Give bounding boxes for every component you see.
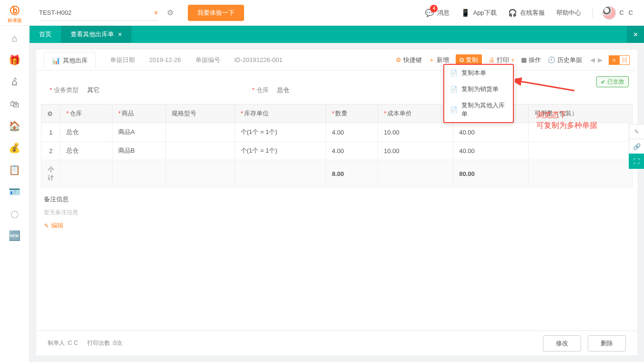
ops-label: 操作 [529,56,541,64]
gear-icon: ⚙ [396,56,401,63]
tenant-selector[interactable]: TEST-H002 ∨ [39,5,158,21]
fullscreen-icon[interactable]: ⛶ [629,154,644,169]
help-center-link[interactable]: 帮助中心 [556,9,581,17]
doc-date-label: 单据日期 [110,56,135,64]
copy-to-sale-item[interactable]: 📄复制为销货单 [444,81,513,97]
nav-id-icon[interactable]: 🪪 [9,186,20,197]
prev-icon[interactable]: ◀ [590,56,595,63]
warehouse-label: 仓库 [256,86,269,93]
card-view-button[interactable]: ▯▯ [619,55,630,65]
gear-column-header[interactable]: ⚙ [41,104,61,123]
messages-badge: 4 [430,5,438,12]
delete-button[interactable]: 删除 [588,335,626,352]
warehouse-field: *仓库 总仓 [252,86,290,94]
operations-button[interactable]: ▦操作 [521,56,541,64]
copy-label: 复制 [466,56,478,64]
tab-home-label: 首页 [39,30,51,39]
nav-gift-icon[interactable]: 🎁 [9,54,20,66]
logo-text: 标准版 [8,17,22,24]
app-download-link[interactable]: 📱 App下载 [461,9,496,17]
online-service-link[interactable]: 🎧 在线客服 [508,9,545,17]
copy-current-item[interactable]: 📄复制本单 [444,65,513,81]
left-nav: ⌂ 🎁 ⌂̂ 🛍 🏠 💰 📋 🪪 ◌ 🆕 [0,26,30,362]
nav-home-icon[interactable]: ⌂ [9,32,20,44]
doc-icon: 📄 [450,86,458,93]
status-text: 已生效 [607,78,624,86]
warehouse-value: 总仓 [277,86,289,93]
close-icon[interactable]: ✕ [118,31,122,38]
edit-icon: ✎ [44,222,49,229]
annotation-line1: 浏览态下 [536,110,597,120]
remarks-section: 备注信息 暂无备注信息 ✎ 编辑 [36,187,637,230]
history-button[interactable]: 🕘历史单据 [548,56,582,64]
service-label: 在线客服 [520,9,545,17]
creator-meta: 制单人 :C C [48,339,78,347]
chevron-down-icon: ∨ [154,9,158,16]
nav-building-icon[interactable]: 🏠 [9,120,20,132]
remarks-empty: 暂无备注信息 [44,208,630,217]
check-icon: ✔ [601,79,605,85]
edit-remarks-link[interactable]: ✎ 编辑 [44,221,63,230]
nav-sync-icon[interactable]: ◌ [9,208,20,219]
print-meta: 打印次数 :0次 [87,339,122,347]
copy-sale-label: 复制为销货单 [461,85,499,93]
tabs-bar: 首页 查看其他出库单 ✕ ✕ [30,26,644,43]
shortcut-button[interactable]: ⚙快捷键 [396,56,422,64]
table-row[interactable]: 2 总仓 商品B 个(1个 = 1个) 4.00 10.00 40.00 [41,142,633,160]
remarks-title: 备注信息 [44,195,630,204]
edit-label: 编辑 [51,221,63,230]
grid-icon: ▦ [521,56,527,63]
doc-no-label: 单据编号 [195,56,220,64]
app-label: App下载 [473,9,496,17]
nav-clipboard-icon[interactable]: 📋 [9,164,20,176]
close-all-tabs[interactable]: ✕ [627,26,644,43]
copy-icon: ⧉ [460,56,464,64]
document-icon: 📊 [52,57,60,64]
doc-icon: 📄 [450,106,458,114]
col-warehouse: *仓库 [61,104,112,123]
col-qty: *数量 [326,104,378,123]
chevron-down-icon: ∨ [511,57,514,62]
feedback-icon[interactable]: ✎ [629,124,644,139]
nav-new-icon[interactable]: 🆕 [9,230,20,241]
messages-label: 消息 [437,9,450,17]
nav-money-icon[interactable]: 💰 [9,142,20,154]
record-nav: ◀ ▶ [589,56,604,63]
copy-current-label: 复制本单 [461,69,486,77]
tab-view-other-out[interactable]: 查看其他出库单 ✕ [61,26,132,43]
try-button[interactable]: 我要体验一下 [188,5,244,21]
document-title-tab: 📊 其他出库 [44,52,96,69]
tab-home[interactable]: 首页 [30,26,61,43]
doc-icon: 📄 [450,70,458,77]
copy-to-in-item[interactable]: 📄复制为其他入库单 [444,97,513,122]
tenant-name: TEST-H002 [39,9,72,16]
print-label: 打印 [497,56,509,64]
divider [593,8,593,18]
phone-icon: 📱 [461,9,470,17]
list-view-button[interactable]: ≡ [609,55,619,65]
settings-icon[interactable]: ⚙ [167,8,174,17]
messages-link[interactable]: 💬 消息 4 [425,9,450,17]
modify-button[interactable]: 修改 [543,335,581,352]
col-spec: 规格型号 [166,104,235,123]
view-toggle: ≡ ▯▯ [609,55,630,65]
document-card: 📊 其他出库 单据日期 2019-12-26 单据编号 ID-20191226-… [36,50,637,355]
user-name[interactable]: C C [620,9,634,16]
col-product: *商品 [112,104,166,123]
add-button[interactable]: ＋新增 [429,56,449,64]
tab-current-label: 查看其他出库单 [71,30,114,39]
copy-dropdown: 📄复制本单 📄复制为销货单 📄复制为其他入库单 [443,64,514,123]
print-button[interactable]: 🖨打印∨ [489,56,514,64]
user-avatar[interactable] [603,6,616,20]
help-label: 帮助中心 [556,9,581,17]
nav-house-icon[interactable]: ⌂̂ [9,76,20,88]
nav-bag-icon[interactable]: 🛍 [9,98,20,110]
annotation-arrow [515,76,577,95]
biz-type-value: 其它 [87,86,100,93]
shortcut-label: 快捷键 [403,56,422,64]
biz-type-label: 业务类型 [54,86,79,93]
col-unit: *库存单位 [235,104,326,123]
next-icon[interactable]: ▶ [598,56,603,63]
document-header: 📊 其他出库 单据日期 2019-12-26 单据编号 ID-20191226-… [36,50,637,71]
link-icon[interactable]: 🔗 [629,139,644,154]
